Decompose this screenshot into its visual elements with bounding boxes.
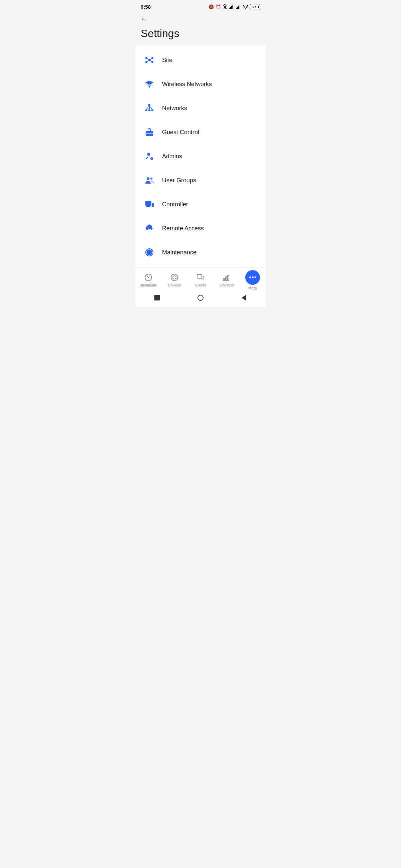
nav-item-devices[interactable]: Devices (162, 273, 188, 287)
svg-rect-22 (151, 110, 153, 111)
system-back-button[interactable] (240, 294, 248, 302)
svg-line-23 (146, 106, 149, 110)
bluetooth-icon (223, 4, 227, 9)
svg-rect-37 (152, 206, 153, 206)
svg-rect-52 (226, 277, 227, 281)
nav-item-clients[interactable]: Clients (188, 273, 213, 287)
more-dot-1 (249, 276, 251, 278)
svg-point-18 (149, 86, 150, 88)
dashboard-nav-icon (144, 273, 153, 282)
svg-rect-27 (146, 133, 153, 134)
svg-line-25 (149, 106, 152, 110)
nav-item-dashboard[interactable]: Dashboard (135, 273, 162, 287)
dashboard-nav-label: Dashboard (139, 283, 157, 287)
menu-label-site: Site (162, 57, 172, 64)
svg-rect-8 (239, 5, 240, 9)
bottom-nav: Dashboard Devices Clients Statistics (135, 267, 266, 290)
svg-point-32 (150, 178, 153, 180)
svg-rect-33 (145, 201, 151, 206)
svg-point-43 (148, 277, 149, 278)
svg-rect-50 (202, 279, 203, 279)
nav-item-statistics[interactable]: Statistics (213, 273, 239, 287)
more-nav-label: More (248, 286, 257, 290)
svg-point-44 (171, 274, 178, 281)
svg-rect-6 (237, 7, 238, 9)
menu-label-admins: Admins (162, 153, 182, 160)
menu-item-maintenance[interactable]: Maintenance (135, 240, 266, 265)
menu-item-user-groups[interactable]: User Groups (135, 168, 266, 192)
wireless-networks-icon (143, 78, 155, 90)
svg-point-28 (147, 153, 150, 156)
svg-rect-19 (148, 104, 150, 106)
page-title: Settings (141, 27, 260, 40)
controller-icon (143, 198, 155, 210)
svg-rect-46 (197, 274, 202, 278)
svg-rect-47 (197, 278, 202, 279)
recent-apps-icon (154, 295, 160, 301)
menu-label-networks: Networks (162, 105, 187, 112)
svg-point-41 (148, 251, 150, 253)
svg-rect-51 (223, 278, 225, 281)
svg-point-38 (148, 229, 150, 230)
header: ← Settings (135, 12, 266, 45)
svg-rect-1 (229, 8, 230, 9)
svg-rect-35 (146, 206, 150, 207)
battery-level: 87 (251, 5, 258, 9)
clients-nav-icon (196, 273, 205, 282)
signal-icon-1 (229, 5, 234, 9)
svg-rect-7 (238, 6, 239, 9)
menu-item-remote-access[interactable]: Remote Access (135, 216, 266, 240)
nav-item-more[interactable]: More (239, 270, 266, 290)
svg-rect-20 (145, 110, 147, 111)
maintenance-icon (143, 246, 155, 258)
menu-label-wireless-networks: Wireless Networks (162, 81, 212, 88)
menu-item-wireless-networks[interactable]: Wireless Networks (135, 72, 266, 96)
system-bar (135, 290, 266, 307)
menu-label-user-groups: User Groups (162, 177, 196, 184)
svg-point-30 (151, 158, 152, 159)
menu-item-guest-control[interactable]: Guest Control (135, 120, 266, 144)
more-dots (249, 276, 256, 278)
mute-icon: 🔕 (208, 4, 214, 9)
devices-nav-label: Devices (168, 283, 181, 287)
status-bar: 9:58 🔕 ⏰ (135, 0, 266, 12)
clients-nav-label: Clients (195, 283, 206, 287)
system-recent-button[interactable] (153, 294, 161, 302)
svg-rect-40 (151, 230, 151, 230)
svg-rect-48 (199, 279, 200, 279)
svg-point-31 (147, 177, 149, 180)
more-dot-3 (255, 276, 256, 278)
menu-item-admins[interactable]: Admins (135, 144, 266, 168)
home-icon (198, 295, 203, 301)
signal-icon-2 (236, 5, 241, 9)
battery-icon: 87 (250, 4, 260, 9)
svg-point-45 (173, 276, 176, 279)
menu-item-networks[interactable]: Networks (135, 96, 266, 120)
menu-item-site[interactable]: Site (135, 48, 266, 72)
back-icon (241, 295, 246, 301)
back-button[interactable]: ← (141, 15, 148, 23)
menu-label-maintenance: Maintenance (162, 249, 197, 256)
admins-icon (143, 150, 155, 162)
menu-label-remote-access: Remote Access (162, 225, 204, 232)
menu-label-guest-control: Guest Control (162, 129, 199, 136)
svg-rect-39 (150, 229, 151, 230)
more-active-circle (245, 270, 260, 285)
guest-control-icon (143, 126, 155, 138)
statistics-nav-label: Statistics (219, 283, 234, 287)
menu-label-controller: Controller (162, 201, 188, 208)
devices-nav-icon (170, 273, 179, 282)
svg-rect-53 (228, 275, 229, 281)
remote-access-icon (143, 222, 155, 235)
wifi-status-icon (243, 5, 248, 9)
system-home-button[interactable] (197, 294, 204, 302)
svg-rect-49 (202, 276, 204, 279)
svg-rect-3 (231, 6, 232, 9)
menu-item-controller[interactable]: Controller (135, 192, 266, 216)
svg-rect-5 (236, 8, 237, 9)
svg-rect-34 (147, 206, 150, 206)
svg-rect-21 (148, 110, 150, 111)
site-icon (143, 54, 155, 66)
status-icons: 🔕 ⏰ 87 (208, 4, 260, 9)
more-dot-2 (252, 276, 254, 278)
